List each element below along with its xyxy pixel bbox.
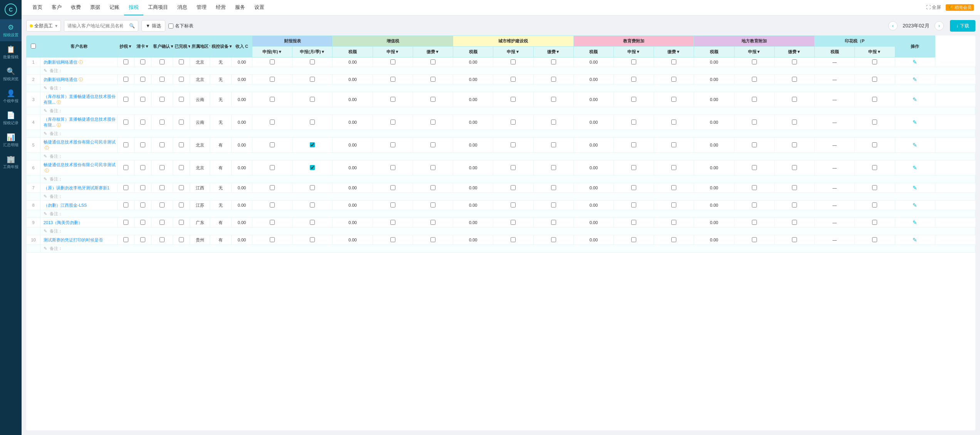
d-jiaof-checkbox[interactable]: [792, 77, 797, 82]
c-shenb-checkbox[interactable]: [511, 142, 516, 147]
caibao-year-checkbox[interactable]: [270, 237, 275, 242]
c-shenb-checkbox[interactable]: [511, 185, 516, 190]
y-shenb-checkbox[interactable]: [872, 142, 877, 147]
sidebar-item-baoshuilanlan[interactable]: 🔍 报税浏览: [0, 63, 22, 85]
d-jiaof-checkbox[interactable]: [792, 220, 797, 225]
z-shenb-checkbox[interactable]: [390, 185, 395, 190]
checkbox-unchecked[interactable]: [310, 77, 315, 82]
qingka-checkbox[interactable]: [140, 220, 145, 225]
caibao-year-checkbox[interactable]: [270, 165, 275, 170]
queren-checkbox[interactable]: [160, 59, 165, 64]
select-all-checkbox[interactable]: [31, 44, 36, 49]
y-shenb-checkbox[interactable]: [872, 237, 877, 242]
edit-button[interactable]: ✎: [913, 76, 917, 83]
edit-button[interactable]: ✎: [913, 96, 917, 103]
j-jiaof-checkbox[interactable]: [671, 165, 676, 170]
z-jiaof-checkbox[interactable]: [430, 77, 435, 82]
client-name-cell[interactable]: 勿删新锐网络通信ⓘ: [40, 57, 118, 67]
nav-jizhi[interactable]: 记账: [105, 0, 124, 15]
c-shenb-checkbox[interactable]: [511, 220, 516, 225]
c-jiaof-checkbox[interactable]: [551, 220, 556, 225]
c-shenb-checkbox[interactable]: [511, 237, 516, 242]
j-jiaof-checkbox[interactable]: [671, 120, 676, 125]
sidebar-item-piliang[interactable]: 📋 批量报税: [0, 41, 22, 63]
nav-shoufei[interactable]: 收费: [66, 0, 86, 15]
wanshu-checkbox[interactable]: [179, 237, 184, 242]
d-jiaof-checkbox[interactable]: [792, 165, 797, 170]
th-c-jiaof[interactable]: 缴费▼: [533, 47, 573, 57]
nav-baoshui[interactable]: 报税: [124, 0, 143, 15]
qingka-checkbox[interactable]: [140, 120, 145, 125]
y-shenb-checkbox[interactable]: [872, 185, 877, 190]
z-shenb-checkbox[interactable]: [390, 77, 395, 82]
j-jiaof-checkbox[interactable]: [671, 97, 676, 102]
j-jiaof-checkbox[interactable]: [671, 142, 676, 147]
checkbox-checked[interactable]: [310, 165, 315, 170]
vip-badge[interactable]: 🌾 稻壳会员: [946, 4, 974, 11]
c-jiaof-checkbox[interactable]: [551, 237, 556, 242]
j-shenb-checkbox[interactable]: [631, 97, 636, 102]
client-name-cell[interactable]: 测试斯赛的凭证打印的时候是否: [40, 235, 118, 245]
z-shenb-checkbox[interactable]: [390, 97, 395, 102]
c-jiaof-checkbox[interactable]: [551, 77, 556, 82]
th-caibao-year[interactable]: 申报(年)▼: [252, 47, 292, 57]
c-shenb-checkbox[interactable]: [511, 202, 516, 207]
z-shenb-checkbox[interactable]: [390, 59, 395, 64]
th-z-shenb[interactable]: 申报▼: [373, 47, 413, 57]
c-shenb-checkbox[interactable]: [511, 165, 516, 170]
d-shenb-checkbox[interactable]: [752, 142, 757, 147]
prev-month-button[interactable]: ‹: [888, 21, 898, 30]
caibao-year-checkbox[interactable]: [270, 202, 275, 207]
d-jiaof-checkbox[interactable]: [792, 237, 797, 242]
th-y-shenb[interactable]: 申报▼: [855, 47, 895, 57]
nav-shezhi[interactable]: 设置: [250, 0, 269, 15]
chaoshu-checkbox[interactable]: [123, 142, 128, 147]
z-jiaof-checkbox[interactable]: [430, 142, 435, 147]
z-jiaof-checkbox[interactable]: [430, 120, 435, 125]
edit-button[interactable]: ✎: [913, 119, 917, 125]
j-shenb-checkbox[interactable]: [631, 142, 636, 147]
checkbox-unchecked[interactable]: [310, 185, 315, 190]
qingka-checkbox[interactable]: [140, 77, 145, 82]
th-d-jiaof[interactable]: 缴费▼: [774, 47, 814, 57]
th-caibao-month[interactable]: 申报(月/季)▼: [292, 47, 333, 57]
search-input[interactable]: [64, 20, 126, 31]
y-shenb-checkbox[interactable]: [872, 59, 877, 64]
chaoshu-checkbox[interactable]: [123, 59, 128, 64]
queren-checkbox[interactable]: [160, 97, 165, 102]
edit-button[interactable]: ✎: [913, 237, 917, 243]
checkbox-mingxia[interactable]: [168, 24, 173, 29]
wanshu-checkbox[interactable]: [179, 220, 184, 225]
qingka-checkbox[interactable]: [140, 237, 145, 242]
c-jiaof-checkbox[interactable]: [551, 185, 556, 190]
checkbox-unchecked[interactable]: [310, 97, 315, 102]
d-shenb-checkbox[interactable]: [752, 97, 757, 102]
edit-button[interactable]: ✎: [913, 219, 917, 226]
nav-xiaoshi[interactable]: 消息: [173, 0, 192, 15]
edit-button[interactable]: ✎: [913, 185, 917, 191]
c-shenb-checkbox[interactable]: [511, 97, 516, 102]
d-shenb-checkbox[interactable]: [752, 120, 757, 125]
client-name-cell[interactable]: 勿删新锐网络通信ⓘ: [40, 75, 118, 84]
j-jiaof-checkbox[interactable]: [671, 185, 676, 190]
nav-piaoju[interactable]: 票据: [86, 0, 105, 15]
c-jiaof-checkbox[interactable]: [551, 165, 556, 170]
z-shenb-checkbox[interactable]: [390, 120, 395, 125]
j-jiaof-checkbox[interactable]: [671, 237, 676, 242]
c-jiaof-checkbox[interactable]: [551, 120, 556, 125]
queren-checkbox[interactable]: [160, 220, 165, 225]
d-jiaof-checkbox[interactable]: [792, 97, 797, 102]
sidebar-item-geshuishen[interactable]: 👤 个税申报: [0, 85, 22, 107]
chaoshu-checkbox[interactable]: [123, 120, 128, 125]
nav-fuwu[interactable]: 服务: [230, 0, 250, 15]
d-jiaof-checkbox[interactable]: [792, 59, 797, 64]
th-c-shenb[interactable]: 申报▼: [493, 47, 533, 57]
queren-checkbox[interactable]: [160, 165, 165, 170]
th-j-shenb[interactable]: 申报▼: [614, 47, 654, 57]
th-income[interactable]: 收入 C: [232, 36, 252, 57]
checkbox-unchecked[interactable]: [310, 120, 315, 125]
j-shenb-checkbox[interactable]: [631, 120, 636, 125]
client-name-cell[interactable]: （原）误删勿改李艳牙测试斯赛新1: [40, 183, 118, 193]
z-shenb-checkbox[interactable]: [390, 237, 395, 242]
queren-checkbox[interactable]: [160, 77, 165, 82]
